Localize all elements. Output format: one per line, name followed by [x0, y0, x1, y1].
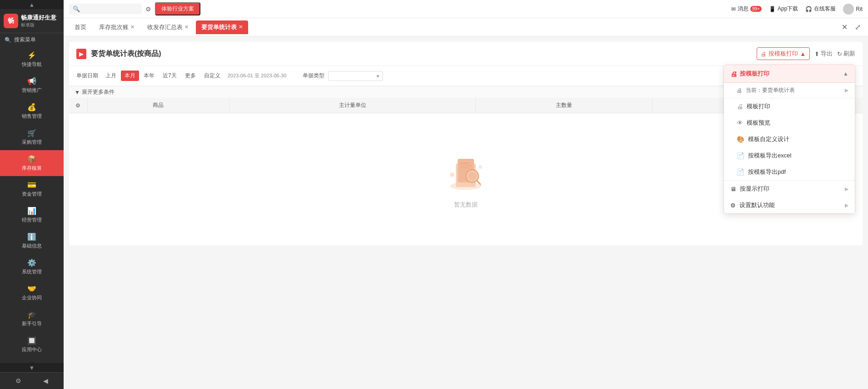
- app-download-item[interactable]: 📱 App下载: [769, 5, 798, 13]
- sidebar-logo-text: 畅康通好生意 标准版: [21, 14, 56, 28]
- avatar: [843, 4, 854, 15]
- date-btn-more[interactable]: 更多: [181, 71, 200, 81]
- tab-inventory-batch-label: 库存批次账: [99, 23, 129, 31]
- date-buttons: 上月 本月 本年 近7天 更多 自定义: [102, 71, 224, 81]
- tab-maximize-icon[interactable]: ⤢: [853, 21, 863, 33]
- dropdown-item-template-print[interactable]: 🖨 模板打印: [724, 98, 855, 115]
- th-gear[interactable]: ⚙: [69, 98, 87, 113]
- tab-receipt-summary-close[interactable]: ✕: [185, 24, 189, 30]
- dropdown-item-export-pdf[interactable]: 📄 按模板导出pdf: [724, 164, 855, 180]
- sidebar-item-inventory[interactable]: 📦 库存核算: [0, 150, 64, 176]
- user-item[interactable]: Rit: [843, 4, 863, 15]
- sidebar-item-label: 企业协同: [22, 294, 42, 301]
- template-print-label: 按模板打印: [768, 50, 798, 58]
- tab-requisition-stats[interactable]: 要货单统计表 ✕: [196, 20, 248, 34]
- sidebar-item-collab[interactable]: 🤝 企业协同: [0, 280, 64, 306]
- sidebar-item-label: 基础信息: [22, 242, 42, 249]
- phone-icon: 📱: [769, 6, 776, 12]
- page-title: 要货单统计表(按商品): [91, 49, 161, 59]
- sidebar-item-label: 库存核算: [22, 165, 42, 172]
- tab-home-label: 首页: [75, 23, 86, 31]
- sidebar-item-operation[interactable]: 📊 经营管理: [0, 202, 64, 228]
- tab-requisition-stats-close[interactable]: ✕: [239, 24, 243, 30]
- user-name: Rit: [856, 6, 863, 12]
- date-btn-last-month[interactable]: 上月: [102, 71, 120, 81]
- export-pdf-label: 按模板导出pdf: [748, 168, 786, 176]
- refresh-icon: ↻: [837, 51, 842, 57]
- filter-type-select-wrapper: ▼: [328, 71, 383, 81]
- th-product: 商品: [87, 98, 229, 113]
- dropdown-item-export-excel[interactable]: 📄 按模板导出excel: [724, 147, 855, 164]
- gear-icon: ⚙: [75, 102, 80, 109]
- svg-rect-8: [459, 167, 469, 168]
- sidebar-search[interactable]: 🔍 搜索菜单: [0, 33, 64, 46]
- date-label: 单据日期: [76, 72, 98, 80]
- trial-button[interactable]: 体验行业方案: [155, 2, 200, 15]
- template-print-item-label: 模板打印: [747, 102, 770, 111]
- messages-item[interactable]: ✉ 消息 99+: [731, 5, 762, 13]
- marketing-icon: 📢: [27, 77, 36, 86]
- online-service-label: 在线客服: [814, 5, 836, 13]
- refresh-button[interactable]: ↻ 刷新: [837, 50, 855, 58]
- topbar-search-box[interactable]: 🔍: [69, 4, 142, 14]
- tab-inventory-batch[interactable]: 库存批次账 ✕: [94, 20, 140, 34]
- sidebar-item-finance[interactable]: 💳 资金管理: [0, 176, 64, 202]
- date-btn-this-month[interactable]: 本月: [121, 71, 139, 81]
- template-print-button[interactable]: 🖨 按模板打印 ▲: [757, 47, 810, 60]
- page-header: ▶ 要货单统计表(按商品) 🖨 按模板打印 ▲ ⬆ 导出 ↻ 刷: [69, 42, 863, 66]
- sidebar-item-appstore[interactable]: 🔲 应用中心: [0, 332, 64, 358]
- collapse-icon[interactable]: ◀: [43, 377, 48, 384]
- svg-rect-7: [459, 165, 472, 166]
- dropdown-item-template-design[interactable]: 🎨 模板自定义设计: [724, 131, 855, 147]
- export-button[interactable]: ⬆ 导出: [814, 50, 833, 58]
- sidebar-item-newbie[interactable]: 🎓 新手引导: [0, 306, 64, 332]
- printer-icon: 🖨: [761, 51, 767, 57]
- date-btn-custom[interactable]: 自定义: [200, 71, 224, 81]
- current-template-item[interactable]: 🖨 当前：要货单统计表 ▶: [724, 83, 855, 98]
- page-card: ▶ 要货单统计表(按商品) 🖨 按模板打印 ▲ ⬆ 导出 ↻ 刷: [69, 42, 863, 245]
- tab-receipt-summary[interactable]: 收发存汇总表 ✕: [142, 20, 194, 34]
- th-unit: 主计量单位: [229, 98, 476, 113]
- online-service-item[interactable]: 🎧 在线客服: [805, 5, 836, 13]
- app-download-label: App下载: [778, 5, 798, 13]
- tab-close-all-icon[interactable]: ✕: [840, 21, 849, 33]
- sidebar-item-marketing[interactable]: 📢 营销推广: [0, 72, 64, 98]
- sidebar-scroll-down[interactable]: ▼: [0, 363, 64, 372]
- sidebar-item-label: 应用中心: [22, 346, 42, 353]
- expand-filter-button[interactable]: ▶: [76, 49, 86, 59]
- dropdown-collapse-icon[interactable]: ▲: [843, 71, 848, 77]
- topbar: 🔍 ⚙ 体验行业方案 ✉ 消息 99+ 📱 App下载 🎧 在线客服 Rit: [64, 0, 868, 18]
- export-excel-label: 按模板导出excel: [748, 152, 791, 160]
- topbar-gear-icon[interactable]: ⚙: [145, 5, 151, 13]
- export-pdf-icon: 📄: [737, 168, 744, 176]
- sidebar-item-purchase[interactable]: 🛒 采购管理: [0, 124, 64, 150]
- date-btn-this-year[interactable]: 本年: [140, 71, 158, 81]
- sidebar-scroll-up[interactable]: ▲: [0, 0, 64, 9]
- sidebar-item-system[interactable]: ⚙️ 系统管理: [0, 254, 64, 280]
- dropdown-item-display-print[interactable]: 🖥 按显示打印 ▶: [724, 181, 855, 197]
- date-btn-7days[interactable]: 近7天: [159, 71, 180, 81]
- sidebar-item-wechat[interactable]: 💬 企业微信: [0, 358, 64, 363]
- sidebar-item-basic[interactable]: ℹ️ 基础信息: [0, 228, 64, 254]
- dropdown-item-template-preview[interactable]: 👁 模板预览: [724, 115, 855, 131]
- tab-home[interactable]: 首页: [69, 20, 92, 34]
- set-default-label: 设置默认功能: [739, 201, 775, 209]
- tab-inventory-batch-close[interactable]: ✕: [130, 24, 135, 30]
- collab-icon: 🤝: [27, 284, 36, 293]
- dropdown-item-set-default[interactable]: ⚙ 设置默认功能 ▶: [724, 197, 855, 213]
- settings-icon[interactable]: ⚙: [15, 377, 21, 384]
- topbar-search-input[interactable]: [82, 6, 138, 12]
- message-icon: ✉: [731, 6, 736, 12]
- sidebar: ▲ 畅 畅康通好生意 标准版 🔍 搜索菜单 ⚡ 快捷导航 📢 营销推广 💰 销售…: [0, 0, 64, 389]
- svg-point-9: [450, 172, 454, 177]
- sidebar-item-sales[interactable]: 💰 销售管理: [0, 98, 64, 124]
- filter-type-select[interactable]: [328, 71, 383, 81]
- messages-badge: 99+: [750, 6, 762, 12]
- template-print-arrow: ▲: [800, 51, 806, 57]
- sales-icon: 💰: [27, 103, 36, 111]
- sidebar-item-quick-nav[interactable]: ⚡ 快捷导航: [0, 46, 64, 72]
- refresh-label: 刷新: [843, 50, 855, 58]
- sidebar-item-label: 销售管理: [22, 113, 42, 120]
- display-print-arrow: ▶: [845, 186, 848, 192]
- expand-more-icon: ▼: [75, 89, 80, 96]
